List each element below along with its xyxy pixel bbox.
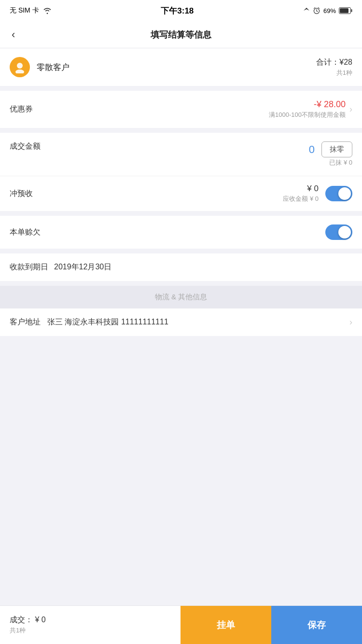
prepay-toggle[interactable]	[325, 186, 352, 201]
customer-name: 零散客户	[37, 62, 70, 73]
wifi-icon	[43, 7, 52, 14]
address-section[interactable]: 客户地址 张三 海淀永丰科技园 11111111111 ›	[0, 308, 362, 336]
prepay-value: ¥ 0	[283, 184, 319, 194]
coupon-value: -¥ 28.00	[269, 99, 346, 110]
status-bar: 无 SIM 卡 下午3:18 69%	[0, 0, 362, 21]
bottom-trade: 成交： ¥ 0	[10, 615, 171, 625]
content: 零散客户 合计：¥28 共1种 优惠券 -¥ 28.00 满1000-100不限…	[0, 48, 362, 462]
status-time: 下午3:18	[161, 5, 194, 16]
customer-total: 合计：¥28	[316, 57, 352, 68]
due-date-label: 收款到期日	[10, 262, 48, 272]
bottom-count: 共1种	[10, 626, 171, 635]
coupon-sub: 满1000-100不限制使用金额	[269, 111, 346, 119]
debt-toggle[interactable]	[325, 224, 352, 240]
prepay-row: 冲预收 ¥ 0 应收金额 ¥ 0	[0, 176, 362, 211]
pending-button[interactable]: 挂单	[181, 606, 271, 644]
coupon-right: -¥ 28.00 满1000-100不限制使用金额 ›	[269, 99, 352, 119]
svg-point-4	[17, 63, 23, 69]
save-button[interactable]: 保存	[271, 606, 362, 644]
prepay-sub: 应收金额 ¥ 0	[283, 195, 319, 203]
bottom-trade-value: ¥ 0	[35, 616, 45, 624]
coupon-chevron-icon: ›	[349, 104, 352, 114]
debt-section: 本单赊欠	[0, 216, 362, 249]
trade-amount-row: 成交金额 0 抹零 已抹 ¥ 0	[0, 133, 362, 176]
no-sim-text: 无 SIM 卡	[10, 6, 39, 15]
coupon-row[interactable]: 优惠券 -¥ 28.00 满1000-100不限制使用金额 ›	[0, 91, 362, 128]
location-icon	[303, 7, 310, 14]
trade-amount-label: 成交金额	[10, 141, 41, 152]
customer-row[interactable]: 零散客户 合计：¥28 共1种	[0, 48, 362, 86]
bottom-bar: 成交： ¥ 0 共1种 挂单 保存	[0, 605, 362, 644]
address-value: 张三 海淀永丰科技园 11111111111	[47, 317, 349, 327]
amount-right: 0 抹零	[309, 141, 352, 157]
battery-icon	[339, 7, 352, 14]
customer-left: 零散客户	[10, 57, 70, 77]
coupon-info: -¥ 28.00 满1000-100不限制使用金额	[269, 99, 346, 119]
round-zero-button[interactable]: 抹零	[321, 141, 352, 157]
bottom-trade-label: 成交：	[10, 616, 33, 624]
alarm-icon	[313, 7, 320, 14]
prepay-info: ¥ 0 应收金额 ¥ 0	[283, 184, 319, 203]
amount-value: 0	[309, 143, 315, 156]
customer-count: 共1种	[316, 69, 352, 77]
address-chevron-icon: ›	[349, 317, 352, 327]
bottom-spacer	[0, 341, 362, 418]
customer-avatar	[10, 57, 30, 77]
debt-label: 本单赊欠	[10, 227, 41, 238]
svg-rect-2	[351, 9, 352, 12]
prepay-label: 冲预收	[10, 189, 33, 199]
amount-section: 成交金额 0 抹零 已抹 ¥ 0 冲预收 ¥ 0 应收金额 ¥ 0	[0, 133, 362, 211]
page-title: 填写结算等信息	[151, 29, 211, 41]
status-right: 69%	[303, 7, 352, 14]
nav-bar: ‹ 填写结算等信息	[0, 21, 362, 48]
svg-point-5	[15, 70, 24, 73]
coupon-label: 优惠券	[10, 104, 33, 114]
date-section: 收款到期日 2019年12月30日	[0, 253, 362, 281]
customer-total-right: 合计：¥28 共1种	[316, 57, 352, 77]
svg-rect-3	[340, 8, 348, 13]
logistics-label: 物流 & 其他信息	[155, 293, 207, 301]
battery-percent: 69%	[323, 7, 336, 14]
prepay-right: ¥ 0 应收金额 ¥ 0	[283, 184, 352, 203]
status-left: 无 SIM 卡	[10, 6, 52, 15]
bottom-left: 成交： ¥ 0 共1种	[0, 615, 181, 635]
logistics-divider: 物流 & 其他信息	[0, 286, 362, 308]
back-button[interactable]: ‹	[8, 25, 19, 45]
address-label: 客户地址	[10, 317, 41, 327]
due-date-value: 2019年12月30日	[54, 262, 111, 272]
amount-sub: 已抹 ¥ 0	[329, 158, 352, 167]
